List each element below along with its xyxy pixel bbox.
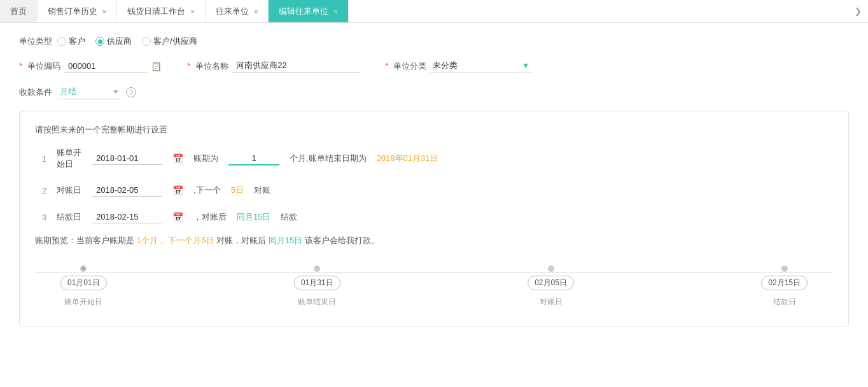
radio-customer-label: 客户 bbox=[69, 36, 85, 47]
timeline-node-1: 01月01日 账单开始日 bbox=[60, 265, 107, 307]
payment-select[interactable]: 月结 bbox=[57, 85, 121, 99]
preview-text: 账期预览：当前客户账期是 1个月， 下一个月5日 对账，对账后 同月15日 该客… bbox=[35, 235, 833, 246]
tab-home-label: 首页 bbox=[10, 6, 27, 17]
period-desc-prefix-3: ，对账后 bbox=[193, 211, 227, 223]
unit-name-label: 单位名称 bbox=[195, 60, 228, 72]
tab-cash-close[interactable]: × bbox=[190, 8, 194, 15]
unit-type-label: 单位类型 bbox=[19, 36, 52, 47]
unit-name-star: * bbox=[187, 61, 190, 71]
preview-section: 账期预览：当前客户账期是 1个月， 下一个月5日 对账，对账后 同月15日 该客… bbox=[35, 229, 833, 314]
radio-supplier-label: 供应商 bbox=[107, 36, 132, 47]
unit-code-input[interactable] bbox=[64, 60, 147, 73]
timeline-label-2: 账单结束日 bbox=[298, 297, 336, 307]
tab-partner-close[interactable]: × bbox=[254, 8, 258, 15]
period-label-1: 账期为 bbox=[193, 153, 218, 164]
calendar-icon-1[interactable]: 📅 bbox=[172, 153, 183, 164]
period-desc-suffix-2: 对账 bbox=[254, 185, 270, 196]
period-title: 请按照未来的一个完整帐期进行设置 bbox=[35, 124, 833, 136]
timeline-badge-4: 02月15日 bbox=[761, 276, 808, 290]
timeline-dot-4 bbox=[781, 265, 788, 272]
period-row-2: 2 对账日 📅 ,下一个 5日 对账 bbox=[35, 184, 833, 197]
period-desc-highlight-3: 同月15日 bbox=[237, 211, 270, 223]
tab-edit-partner[interactable]: 编辑往来单位 × bbox=[269, 0, 348, 22]
payment-chevron-icon bbox=[113, 90, 118, 94]
timeline-node-2: 01月31日 账单结束日 bbox=[294, 265, 340, 307]
period-row-3: 3 结款日 📅 ，对账后 同月15日 结款 bbox=[35, 211, 833, 223]
tab-sales-label: 销售订单历史 bbox=[48, 6, 97, 17]
timeline-badge-3: 02月05日 bbox=[528, 276, 574, 290]
tab-partner[interactable]: 往来单位 × bbox=[206, 0, 269, 22]
tab-edit-label: 编辑往来单位 bbox=[279, 6, 328, 17]
period-type-3: 结款日 bbox=[57, 211, 82, 223]
tab-partner-label: 往来单位 bbox=[216, 6, 249, 17]
radio-both-circle bbox=[142, 37, 151, 46]
tab-home[interactable]: 首页 bbox=[0, 0, 38, 22]
period-value-1[interactable] bbox=[228, 152, 279, 165]
preview-part4: 同月15日 bbox=[269, 236, 302, 245]
period-box: 请按照未来的一个完整帐期进行设置 1 账单开始日 📅 账期为 个月,账单结束日期… bbox=[19, 111, 849, 327]
unit-category-value: 未分类 bbox=[433, 60, 519, 71]
period-desc-highlight-2: 5日 bbox=[231, 185, 244, 196]
copy-icon[interactable]: 📋 bbox=[151, 61, 162, 71]
calendar-icon-2[interactable]: 📅 bbox=[172, 185, 183, 195]
timeline-badge-2: 01月31日 bbox=[294, 276, 340, 290]
calendar-icon-3[interactable]: 📅 bbox=[172, 212, 183, 222]
timeline-label-3: 对账日 bbox=[540, 297, 563, 307]
payment-row: 收款条件 月结 ? bbox=[19, 85, 849, 99]
period-date-1[interactable] bbox=[92, 152, 162, 165]
preview-label: 账期预览：当前客户账期是 bbox=[35, 236, 134, 245]
tabs-bar: 首页 销售订单历史 × 钱货日清工作台 × 往来单位 × 编辑往来单位 × ❯ bbox=[0, 0, 868, 23]
radio-supplier[interactable]: 供应商 bbox=[95, 36, 132, 47]
timeline-dot-2 bbox=[314, 265, 320, 272]
period-unit-1: 个月,账单结束日期为 bbox=[290, 153, 367, 164]
preview-part1: 1个月， bbox=[137, 236, 166, 245]
period-type-2: 对账日 bbox=[57, 185, 82, 196]
period-row-1: 1 账单开始日 📅 账期为 个月,账单结束日期为 2018年01月31日 bbox=[35, 147, 833, 170]
chevron-down-icon: ▼ bbox=[522, 61, 529, 70]
unit-cat-star: * bbox=[385, 61, 388, 71]
timeline-label-1: 账单开始日 bbox=[64, 297, 102, 307]
unit-category-select[interactable]: 未分类 ▼ bbox=[430, 59, 532, 73]
tab-edit-close[interactable]: × bbox=[333, 8, 337, 15]
period-num-2: 2 bbox=[35, 186, 46, 195]
timeline-node-3: 02月05日 对账日 bbox=[528, 265, 574, 307]
period-num-3: 3 bbox=[35, 213, 46, 222]
preview-part3: 对账，对账后 bbox=[216, 236, 266, 245]
timeline-node-4: 02月15日 结款日 bbox=[761, 265, 808, 307]
radio-group: 客户 供应商 客户/供应商 bbox=[57, 36, 197, 47]
payment-value: 月结 bbox=[60, 86, 111, 97]
timeline-dot-1 bbox=[80, 265, 87, 272]
period-end-date-1: 2018年01月31日 bbox=[377, 153, 438, 164]
period-date-3[interactable] bbox=[92, 211, 162, 223]
preview-part5: 该客户会给我打款。 bbox=[305, 236, 379, 245]
period-date-2[interactable] bbox=[92, 184, 162, 197]
tabs-arrow[interactable]: ❯ bbox=[848, 0, 868, 22]
help-icon[interactable]: ? bbox=[126, 87, 136, 97]
unit-code-label: 单位编码 bbox=[27, 60, 60, 72]
tab-cash-label: 钱货日清工作台 bbox=[127, 6, 185, 17]
unit-fields-row: * 单位编码 📋 * 单位名称 * 单位分类 未分类 ▼ bbox=[19, 59, 849, 73]
unit-type-row: 单位类型 客户 供应商 客户/供应商 bbox=[19, 36, 849, 47]
unit-name-field: * 单位名称 bbox=[187, 60, 360, 73]
radio-supplier-circle bbox=[95, 37, 104, 46]
unit-category-field: * 单位分类 未分类 ▼ bbox=[385, 59, 532, 73]
main-content: 单位类型 客户 供应商 客户/供应商 * 单位编码 📋 bbox=[0, 23, 868, 387]
timeline-badge-1: 01月01日 bbox=[60, 276, 107, 290]
radio-customer[interactable]: 客户 bbox=[57, 36, 85, 47]
tab-sales-close[interactable]: × bbox=[102, 8, 106, 15]
unit-name-input[interactable] bbox=[232, 60, 360, 73]
radio-customer-circle bbox=[57, 37, 66, 46]
tab-cash-work[interactable]: 钱货日清工作台 × bbox=[117, 0, 205, 22]
period-type-1: 账单开始日 bbox=[57, 147, 82, 170]
payment-label: 收款条件 bbox=[19, 87, 52, 98]
timeline-dot-3 bbox=[548, 265, 554, 272]
tab-sales-history[interactable]: 销售订单历史 × bbox=[38, 0, 117, 22]
timeline-label-4: 结款日 bbox=[773, 297, 796, 307]
unit-code-field: * 单位编码 📋 bbox=[19, 60, 162, 73]
radio-supplier-dot bbox=[98, 39, 102, 44]
timeline-nodes: 01月01日 账单开始日 01月31日 账单结束日 02月05日 对账日 bbox=[60, 265, 808, 307]
timeline: 01月01日 账单开始日 01月31日 账单结束日 02月05日 对账日 bbox=[35, 259, 833, 314]
preview-part2: 下一个月5日 bbox=[168, 236, 214, 245]
radio-both[interactable]: 客户/供应商 bbox=[142, 36, 197, 47]
unit-category-label: 单位分类 bbox=[393, 60, 426, 72]
